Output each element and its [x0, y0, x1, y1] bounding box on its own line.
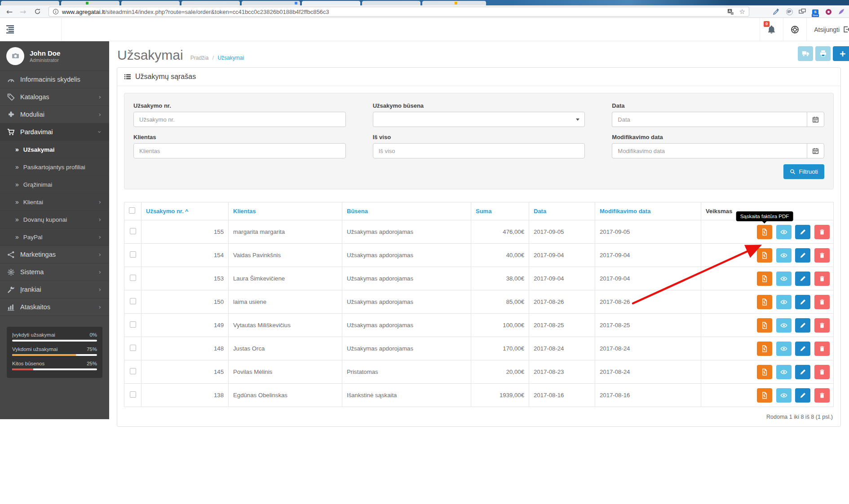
delete-order-button[interactable] [814, 295, 830, 309]
notifications-button[interactable]: 0 [760, 18, 783, 41]
browser-tab-active[interactable] [302, 1, 360, 5]
column-header-order-nr[interactable]: Užsakymo nr.^ [142, 202, 229, 220]
sidebar-subitem-recurring-profiles[interactable]: » Pasikartojantys profiliai [0, 158, 109, 176]
invoice-pdf-button[interactable]: Sąskaita faktūra PDF [757, 225, 772, 239]
delete-order-button[interactable] [814, 365, 830, 379]
feather-extension-icon[interactable] [837, 8, 845, 16]
total-input[interactable] [373, 143, 585, 158]
row-checkbox[interactable] [130, 251, 136, 258]
invoice-pdf-button[interactable] [757, 318, 772, 333]
forward-icon[interactable]: → [20, 5, 26, 18]
add-order-button[interactable] [833, 46, 849, 61]
browser-tab[interactable] [61, 1, 119, 5]
invoice-pdf-button[interactable] [757, 365, 772, 379]
edit-order-button[interactable] [795, 225, 810, 239]
column-header-total[interactable]: Suma [471, 202, 529, 220]
edit-order-button[interactable] [795, 365, 810, 379]
view-order-button[interactable] [776, 318, 792, 333]
sidebar-toggle-button[interactable] [5, 25, 15, 36]
order-status-select[interactable] [373, 112, 585, 127]
shipping-list-button[interactable] [798, 46, 813, 61]
sidebar-item-catalog[interactable]: Katalogas › [0, 88, 109, 106]
row-checkbox[interactable] [130, 368, 136, 374]
sidebar-subitem-gift-vouchers[interactable]: » Dovanų kuponai › [0, 211, 109, 228]
filter-button[interactable]: Filtruoti [783, 164, 824, 179]
edit-order-button[interactable] [795, 295, 810, 309]
sidebar-item-modules[interactable]: Moduliai › [0, 106, 109, 123]
date-input[interactable] [612, 112, 807, 127]
edit-order-button[interactable] [795, 388, 810, 403]
translate-icon[interactable] [727, 9, 734, 15]
sidebar-item-reports[interactable]: Ataskaitos › [0, 298, 109, 316]
delete-order-button[interactable] [814, 388, 830, 403]
view-order-button[interactable] [776, 388, 792, 403]
invoice-pdf-button[interactable] [757, 272, 772, 286]
sidebar-subitem-customers[interactable]: » Klientai › [0, 193, 109, 211]
column-header-customer[interactable]: Klientas [229, 202, 342, 220]
avatar[interactable] [6, 47, 24, 65]
row-checkbox[interactable] [130, 321, 136, 328]
row-checkbox[interactable] [130, 275, 136, 281]
sidebar-subitem-returns[interactable]: » Grąžinimai [0, 176, 109, 193]
view-order-button[interactable] [776, 295, 792, 309]
address-bar[interactable]: www.agregatai.lt/siteadmin14/index.php?r… [49, 7, 749, 17]
row-checkbox[interactable] [130, 298, 136, 304]
view-order-button[interactable] [776, 342, 792, 356]
ip-extension-icon[interactable]: IP [785, 8, 793, 16]
date-picker-button[interactable] [807, 112, 824, 127]
delete-order-button[interactable] [814, 272, 830, 286]
sidebar-subitem-orders[interactable]: » Užsakymai [0, 141, 109, 158]
sidebar-item-sales[interactable]: Pardavimai › [0, 123, 109, 141]
breadcrumb-home-link[interactable]: Pradžia [190, 55, 209, 61]
bookmark-star-icon[interactable]: ☆ [739, 8, 745, 16]
eyedropper-extension-icon[interactable] [772, 8, 780, 16]
row-checkbox[interactable] [130, 391, 136, 398]
edit-order-button[interactable] [795, 248, 810, 263]
invoice-pdf-button[interactable] [757, 342, 772, 356]
delete-order-button[interactable] [814, 342, 830, 356]
s-new-extension-icon[interactable]: SNew [811, 8, 819, 16]
invoice-pdf-button[interactable] [757, 388, 772, 403]
browser-tab[interactable] [1, 1, 59, 5]
logout-button[interactable]: Atsijungti [806, 18, 849, 41]
browser-tab[interactable] [422, 1, 486, 5]
row-checkbox[interactable] [130, 228, 136, 234]
delete-order-button[interactable] [814, 248, 830, 263]
edit-order-button[interactable] [795, 342, 810, 356]
date-picker-button[interactable] [807, 143, 824, 158]
sidebar-subitem-paypal[interactable]: » PayPal › [0, 228, 109, 246]
order-nr-input[interactable] [133, 112, 346, 127]
invoice-pdf-button[interactable] [757, 248, 772, 263]
column-header-date[interactable]: Data [529, 202, 595, 220]
edit-order-button[interactable] [795, 272, 810, 286]
select-all-checkbox[interactable] [129, 207, 135, 214]
back-icon[interactable]: ← [6, 5, 13, 18]
delete-order-button[interactable] [814, 318, 830, 333]
sidebar-item-system[interactable]: Sistema › [0, 263, 109, 281]
view-order-button[interactable] [776, 272, 792, 286]
shutter-extension-icon[interactable] [824, 8, 832, 16]
view-order-button[interactable] [776, 248, 792, 263]
breadcrumb-current-link[interactable]: Užsakymai [217, 55, 244, 61]
modified-date-input[interactable] [612, 143, 807, 158]
invoice-pdf-button[interactable] [757, 295, 772, 309]
sidebar-item-tools[interactable]: Įrankiai › [0, 281, 109, 298]
browser-tab[interactable] [121, 1, 180, 5]
browser-tab[interactable] [362, 1, 420, 5]
column-header-status[interactable]: Būsena [342, 202, 471, 220]
view-order-button[interactable] [776, 365, 792, 379]
help-button[interactable] [783, 18, 806, 41]
monitors-extension-icon[interactable] [798, 8, 806, 16]
reload-icon[interactable] [34, 8, 41, 15]
edit-order-button[interactable] [795, 318, 810, 333]
sidebar-item-marketing[interactable]: Marketingas › [0, 246, 109, 263]
column-header-modified[interactable]: Modifikavimo data [595, 202, 701, 220]
customer-input[interactable] [133, 143, 346, 158]
sidebar-item-dashboard[interactable]: Informacinis skydelis [0, 71, 109, 88]
row-checkbox[interactable] [130, 345, 136, 351]
browser-tab[interactable] [242, 1, 300, 5]
delete-order-button[interactable] [814, 225, 830, 239]
print-invoice-button[interactable] [815, 46, 831, 61]
browser-tab[interactable] [181, 1, 240, 5]
page-info-icon[interactable] [53, 9, 59, 15]
